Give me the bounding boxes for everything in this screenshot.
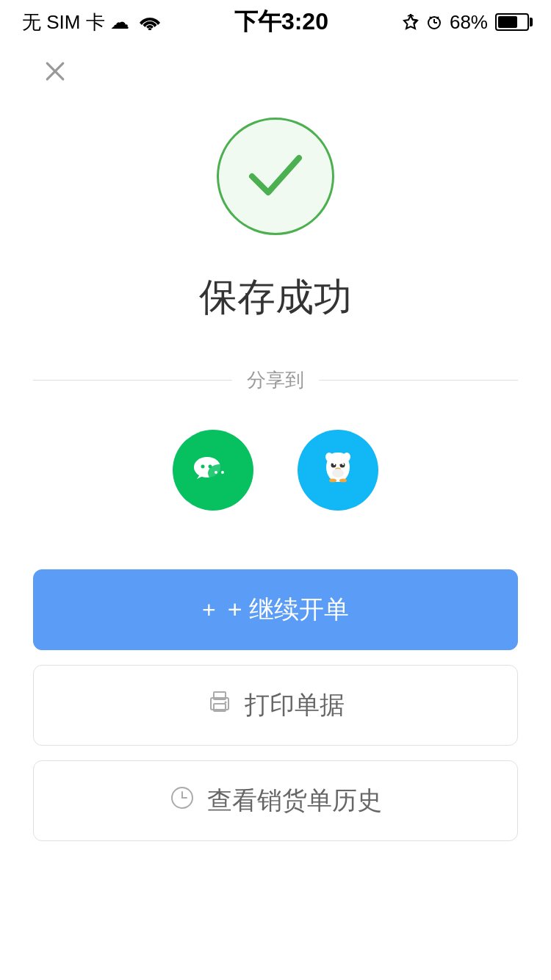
share-qq-button[interactable] [298,430,378,511]
svg-point-28 [343,453,350,461]
divider-left [33,380,232,381]
divider-right [319,380,518,381]
svg-point-25 [339,478,347,482]
continue-button[interactable]: + + 继续开单 [33,569,518,650]
svg-point-12 [208,464,212,468]
sim-label: 无 SIM 卡 ☁ [22,10,129,35]
alarm-icon [426,14,442,30]
status-time: 下午3:20 [234,6,328,38]
svg-point-23 [332,469,344,478]
share-divider: 分享到 [33,367,518,393]
svg-point-24 [329,478,336,482]
plus-icon: + [202,597,216,624]
main-content: 保存成功 分享到 [0,44,551,841]
print-label: 打印单据 [245,688,345,722]
checkmark-icon [246,151,305,202]
success-circle [217,118,334,235]
qq-icon [314,447,362,494]
svg-point-11 [201,464,204,468]
clock-icon [169,785,195,817]
svg-point-0 [148,28,151,30]
history-label: 查看销货单历史 [207,784,382,818]
location-icon [403,14,419,30]
action-buttons: + + 继续开单 打印单据 [33,569,518,841]
wifi-icon [140,14,160,30]
share-wechat-button[interactable] [173,430,253,511]
battery-icon [495,13,529,31]
printer-icon [206,689,233,721]
battery-percent: 68% [450,11,488,34]
svg-point-32 [225,702,227,704]
svg-point-27 [325,453,333,461]
status-left: 无 SIM 卡 ☁ [22,10,160,35]
share-label: 分享到 [247,367,304,393]
svg-point-13 [215,471,217,474]
success-title: 保存成功 [199,272,352,323]
print-button[interactable]: 打印单据 [33,665,518,746]
close-icon [42,58,68,84]
status-bar: 无 SIM 卡 ☁ 下午3:20 68% [0,0,551,44]
share-icons [173,430,378,511]
status-right: 68% [403,11,529,34]
close-button[interactable] [37,53,73,90]
history-button[interactable]: 查看销货单历史 [33,760,518,841]
svg-point-14 [221,471,224,474]
continue-label: + 继续开单 [228,593,349,627]
wechat-icon [190,447,237,494]
